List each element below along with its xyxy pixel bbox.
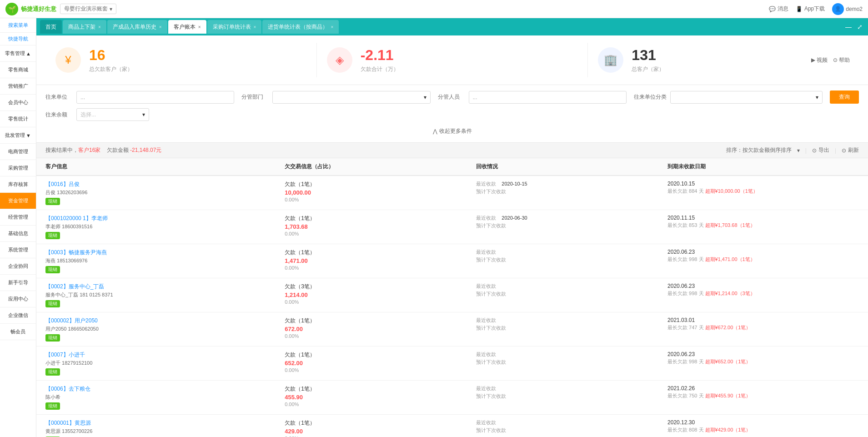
debt-amount[interactable]: 429.00 (285, 428, 476, 435)
company-selector[interactable]: 母婴行业演示账套 ▾ (60, 4, 116, 14)
sidebar-item-finance[interactable]: 资金管理 (0, 193, 36, 209)
tab-close-icon[interactable]: × (159, 25, 162, 30)
overdue-link[interactable]: 超期¥1,471.00（1笔） (705, 256, 755, 262)
overdue-link[interactable]: 超期¥10,000.00（1笔） (705, 188, 758, 194)
dept-select[interactable]: ▾ (272, 91, 430, 104)
customer-name[interactable]: 【000002】用户2050 (45, 317, 285, 325)
results-summary: 搜索结果中，客户16家 欠款金额 -21,148.07元 (45, 146, 161, 154)
debt-amount[interactable]: 652.00 (285, 360, 476, 367)
customer-name[interactable]: 【0006】去下粮仓 (45, 385, 285, 393)
customer-contact: 服务中心_丁磊 181 0125 8371 (45, 291, 285, 298)
message-btn[interactable]: 💬 消息 (769, 5, 788, 13)
person-input[interactable]: ... (469, 91, 627, 104)
debt-count: 欠款（3笔） (285, 283, 476, 291)
unit-category-select[interactable]: ▾ (670, 91, 823, 104)
customer-contact: 用户2050 18665062050 (45, 326, 285, 332)
stat-card-total-customers: 🏢 131 总客户（家） ▶ 视频 ⊙ 帮助 (588, 43, 859, 77)
debt-amount[interactable]: 1,471.00 (285, 257, 476, 264)
tab-purchase-order[interactable]: 采购订单统计表 × (207, 20, 262, 34)
debt-percent: 0.00% (285, 197, 476, 202)
export-icon: ⊙ (812, 147, 817, 154)
tab-home[interactable]: 首页 (40, 20, 62, 34)
recovery-last: 最近收款 (476, 283, 667, 290)
debt-amount[interactable]: 455.90 (285, 394, 476, 401)
due-detail: 最长欠款 998 天 超期¥652.00（1笔） (667, 358, 859, 365)
customer-name[interactable]: 【0007】小进千 (45, 351, 285, 359)
overdue-link[interactable]: 超期¥429.00（1笔） (705, 427, 751, 432)
overdue-link[interactable]: 超期¥455.90（1笔） (705, 393, 751, 398)
overdue-link[interactable]: 超期¥672.00（1笔） (705, 325, 751, 330)
tab-production-history[interactable]: 产成品入库单历史 × (107, 20, 167, 34)
view-video-btn[interactable]: ▶ 视频 (811, 56, 828, 64)
sidebar-item-operation[interactable]: 经营管理 (0, 209, 36, 226)
tab-customer-account[interactable]: 客户账本 × (168, 20, 206, 34)
debt-count: 欠款（1笔） (285, 181, 476, 188)
sidebar-item-ecommerce[interactable]: 电商管理 (0, 144, 36, 160)
sidebar-item-purchase[interactable]: 采购管理 (0, 160, 36, 176)
recovery-next: 预计下次收款 (476, 222, 667, 229)
from-unit-input[interactable]: ... (76, 91, 234, 104)
tab-close-icon[interactable]: × (98, 25, 101, 30)
tab-close-icon[interactable]: × (331, 25, 333, 30)
sidebar-quick-nav[interactable]: 快捷导航 (0, 33, 36, 45)
chevron-down-icon[interactable]: ▾ (797, 147, 800, 154)
customer-tag: 现销 (45, 232, 60, 239)
app-download-btn[interactable]: 📱 App下载 (796, 5, 825, 13)
tab-product-status[interactable]: 商品上下架 × (63, 20, 106, 34)
sidebar-item-app-center[interactable]: 应用中心 (0, 291, 36, 307)
debt-amount[interactable]: 10,000.00 (285, 189, 476, 196)
sidebar-item-wechat[interactable]: 企业微信 (0, 307, 36, 324)
message-icon: 💬 (769, 6, 776, 12)
stat-value-total-customers: 131 (632, 47, 664, 64)
sidebar-item-inventory[interactable]: 库存核算 (0, 176, 36, 193)
sidebar-item-retail-mgmt[interactable]: 零售管理 ▲ (0, 45, 36, 62)
customer-name[interactable]: 【0003】畅捷服务尹海燕 (45, 249, 285, 256)
table-row: 【0003】畅捷服务尹海燕 海燕 18513066976 现销 欠款（1笔） 1… (36, 244, 868, 278)
overdue-link[interactable]: 超期¥652.00（1笔） (705, 359, 751, 364)
customer-name[interactable]: 【0016】吕俊 (45, 181, 285, 188)
debt-count: 欠款（1笔） (285, 419, 476, 427)
sidebar-item-member2[interactable]: 畅会员 (0, 324, 36, 340)
sidebar-item-system[interactable]: 系统管理 (0, 242, 36, 258)
debt-amount[interactable]: 1,214.00 (285, 291, 476, 298)
sidebar-item-retail-stats[interactable]: 零售统计 (0, 111, 36, 127)
collapse-btn[interactable]: ⋀ 收起更多条件 (45, 126, 859, 137)
divider: | (835, 147, 836, 154)
customer-name[interactable]: 【0001020000 1】李老师 (45, 215, 285, 222)
stat-value-debt-customers: 16 (89, 47, 133, 64)
recovery-next: 预计下次收款 (476, 325, 667, 332)
debt-amount[interactable]: 1,703.68 (285, 223, 476, 230)
overdue-link[interactable]: 超期¥1,214.00（3笔） (705, 291, 755, 296)
sidebar-item-enterprise[interactable]: 企业协同 (0, 258, 36, 275)
due-detail: 最长欠款 884 天 超期¥10,000.00（1笔） (667, 188, 859, 195)
sidebar-item-newbie[interactable]: 新手引导 (0, 275, 36, 291)
customer-name[interactable]: 【000001】黄思源 (45, 419, 285, 427)
minimize-icon[interactable]: — (843, 22, 853, 31)
app-name: 畅捷通好生意 (21, 5, 56, 13)
tab-close-icon[interactable]: × (254, 25, 256, 30)
help-btn[interactable]: ⊙ 帮助 (833, 56, 850, 64)
debt-count: 欠款（1笔） (285, 317, 476, 325)
sidebar-search[interactable]: 搜索菜单 (0, 18, 36, 33)
chevron-down-icon: ▾ (142, 111, 145, 118)
sidebar-item-member[interactable]: 会员中心 (0, 95, 36, 111)
tab-import-stats[interactable]: 进货单统计表（按商品） × (262, 20, 339, 34)
recovery-last: 最近收款 (476, 317, 667, 324)
video-icon: ▶ (811, 57, 815, 63)
export-btn[interactable]: ⊙ 导出 (812, 146, 829, 154)
overdue-link[interactable]: 超期¥1,703.68（1笔） (705, 222, 755, 228)
tab-close-icon[interactable]: × (198, 25, 201, 30)
user-avatar[interactable]: 👤 demo2 (832, 3, 863, 15)
debt-amount[interactable]: 672.00 (285, 326, 476, 332)
debt-percent: 0.00% (285, 402, 476, 407)
sidebar-item-retail-mall[interactable]: 零售商城 (0, 62, 36, 78)
customer-name[interactable]: 【0002】服务中心_丁磊 (45, 283, 285, 291)
col-debt-info: 欠交易信息（占比） (285, 163, 476, 171)
refresh-btn[interactable]: ⊙ 刷新 (842, 146, 859, 154)
sidebar-item-basic[interactable]: 基础信息 (0, 226, 36, 242)
search-btn[interactable]: 查询 (830, 90, 859, 104)
sidebar-item-batch-mgmt[interactable]: 批发管理 ▼ (0, 127, 36, 144)
maximize-icon[interactable]: ⤢ (855, 22, 864, 31)
sidebar-item-marketing[interactable]: 营销推广 (0, 78, 36, 95)
remain-select[interactable]: 选择... ▾ (76, 108, 149, 121)
